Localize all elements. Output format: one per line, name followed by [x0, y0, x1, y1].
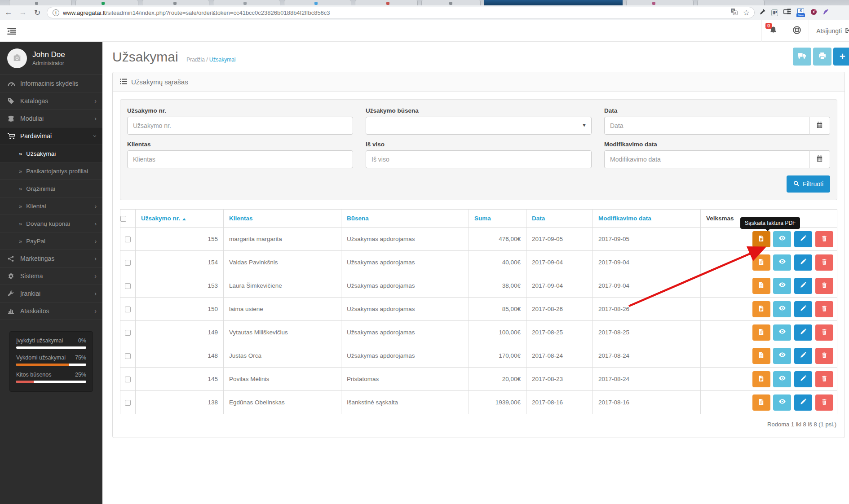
quill-icon[interactable]	[822, 9, 829, 17]
print-invoice-button[interactable]	[813, 48, 831, 66]
browser-tab-active-region[interactable]	[484, 0, 623, 5]
sidebar-item-moduliai[interactable]: Moduliai ›	[0, 110, 102, 127]
date-modified-input[interactable]	[604, 150, 809, 168]
back-button[interactable]: ←	[3, 7, 14, 18]
view-order-button[interactable]	[773, 348, 791, 364]
delete-order-button[interactable]	[815, 394, 833, 411]
delete-order-button[interactable]	[815, 254, 833, 271]
browser-tab[interactable]	[213, 0, 280, 5]
sidebar-subitem-dovanu-kuponai[interactable]: » Dovanų kuponai ›	[0, 215, 102, 232]
view-order-button[interactable]	[773, 394, 791, 411]
browser-tab[interactable]	[284, 0, 351, 5]
edit-order-button[interactable]	[794, 254, 812, 271]
invoice-pdf-button[interactable]	[752, 394, 770, 411]
forward-button[interactable]: →	[17, 7, 29, 18]
invoice-pdf-button[interactable]	[752, 348, 770, 364]
sidebar-item-pardavimai[interactable]: Pardavimai ›	[0, 127, 102, 145]
sort-customer-link[interactable]: Klientas	[229, 215, 253, 222]
view-order-button[interactable]	[773, 324, 791, 341]
sort-order-nr-link[interactable]: Užsakymo nr.	[141, 215, 180, 222]
row-checkbox[interactable]	[125, 353, 131, 359]
page-info-icon[interactable]: i	[53, 9, 59, 16]
browser-tab[interactable]	[75, 0, 138, 5]
calendar-button[interactable]	[809, 117, 830, 135]
filter-button[interactable]: Filtruoti	[787, 175, 830, 193]
invoice-pdf-button[interactable]	[752, 371, 770, 387]
sort-date-link[interactable]: Data	[532, 215, 545, 222]
browser-tab-strip[interactable]	[0, 0, 849, 5]
view-order-button[interactable]	[773, 231, 791, 247]
lens-icon[interactable]	[810, 9, 817, 17]
notifications-button[interactable]: 0	[761, 20, 785, 42]
bookmark-star-icon[interactable]: ☆	[743, 9, 750, 17]
sidebar-subitem-pasikartojantys-profiliai[interactable]: » Pasikartojantys profiliai	[0, 162, 102, 180]
edit-order-button[interactable]	[794, 324, 812, 341]
row-checkbox[interactable]	[125, 260, 131, 266]
help-button[interactable]	[785, 20, 809, 42]
browser-tab[interactable]	[697, 0, 765, 5]
panels-icon[interactable]	[783, 9, 791, 17]
edit-order-button[interactable]	[794, 394, 812, 411]
view-order-button[interactable]	[773, 278, 791, 294]
customer-input[interactable]	[127, 150, 353, 168]
row-checkbox[interactable]	[125, 330, 131, 336]
sidebar-item-ataskaitos[interactable]: Ataskaitos ›	[0, 302, 102, 320]
delete-order-button[interactable]	[815, 371, 833, 387]
breadcrumb-current-link[interactable]: Užsakymai	[209, 57, 236, 63]
browser-tab[interactable]	[626, 0, 694, 5]
sort-status-link[interactable]: Būsena	[347, 215, 369, 222]
invoice-pdf-button[interactable]	[752, 278, 770, 294]
sort-date-modified-link[interactable]: Modifikavimo data	[598, 215, 651, 222]
sidebar-subitem-paypal[interactable]: » PayPal ›	[0, 232, 102, 250]
sidebar-subitem-grazinimai[interactable]: » Grąžinimai	[0, 180, 102, 197]
delete-order-button[interactable]	[815, 301, 833, 317]
browser-tab[interactable]	[9, 0, 72, 5]
invoice-pdf-button[interactable]	[752, 231, 770, 247]
sort-total-link[interactable]: Suma	[474, 215, 491, 222]
sidebar-subitem-klientai[interactable]: » Klientai ›	[0, 197, 102, 215]
row-checkbox[interactable]	[125, 237, 131, 242]
order-status-select[interactable]: ▾	[366, 117, 592, 135]
sidebar-item-katalogas[interactable]: Katalogas ›	[0, 92, 102, 110]
ip-lookup-icon[interactable]: IP	[771, 9, 778, 16]
select-all-checkbox[interactable]	[120, 216, 126, 222]
edit-order-button[interactable]	[794, 231, 812, 247]
translate-icon[interactable]: Aa	[730, 8, 738, 17]
sidebar-item-informacinis-skydelis[interactable]: Informacinis skydelis	[0, 75, 102, 92]
logout-button[interactable]: Atsijungti	[809, 20, 849, 42]
eyedropper-icon[interactable]	[759, 9, 766, 17]
invoice-pdf-button[interactable]	[752, 324, 770, 341]
delete-order-button[interactable]	[815, 348, 833, 364]
delete-order-button[interactable]	[815, 324, 833, 341]
sidebar-item-marketingas[interactable]: Marketingas ›	[0, 250, 102, 267]
row-checkbox[interactable]	[125, 400, 131, 406]
row-checkbox[interactable]	[125, 377, 131, 382]
address-bar[interactable]: i www.agregatai.lt/siteadmin14/index.php…	[47, 7, 755, 18]
sidebar-subitem-uzsakymai[interactable]: » Užsakymai	[0, 145, 102, 162]
invoice-pdf-button[interactable]	[752, 301, 770, 317]
view-order-button[interactable]	[773, 254, 791, 271]
calendar-button[interactable]	[809, 150, 830, 168]
edit-order-button[interactable]	[794, 278, 812, 294]
s-new-icon[interactable]: SNew	[796, 9, 805, 17]
order-nr-input[interactable]	[127, 117, 353, 135]
refresh-button[interactable]: ↻	[31, 7, 43, 18]
shipping-list-button[interactable]	[793, 48, 811, 66]
delete-order-button[interactable]	[815, 278, 833, 294]
date-input[interactable]	[604, 117, 809, 135]
delete-order-button[interactable]	[815, 231, 833, 247]
sidebar-item-sistema[interactable]: Sistema ›	[0, 267, 102, 285]
edit-order-button[interactable]	[794, 301, 812, 317]
edit-order-button[interactable]	[794, 348, 812, 364]
sidebar-item-irankiai[interactable]: Įrankiai ›	[0, 285, 102, 302]
view-order-button[interactable]	[773, 371, 791, 387]
row-checkbox[interactable]	[125, 307, 131, 312]
row-checkbox[interactable]	[125, 283, 131, 289]
edit-order-button[interactable]	[794, 371, 812, 387]
sidebar-toggle-button[interactable]	[7, 26, 17, 35]
add-order-button[interactable]: +	[833, 48, 849, 66]
total-input[interactable]	[366, 150, 592, 168]
invoice-pdf-button[interactable]	[752, 254, 770, 271]
view-order-button[interactable]	[773, 301, 791, 317]
breadcrumb-home-link[interactable]: Pradžia	[186, 57, 205, 63]
